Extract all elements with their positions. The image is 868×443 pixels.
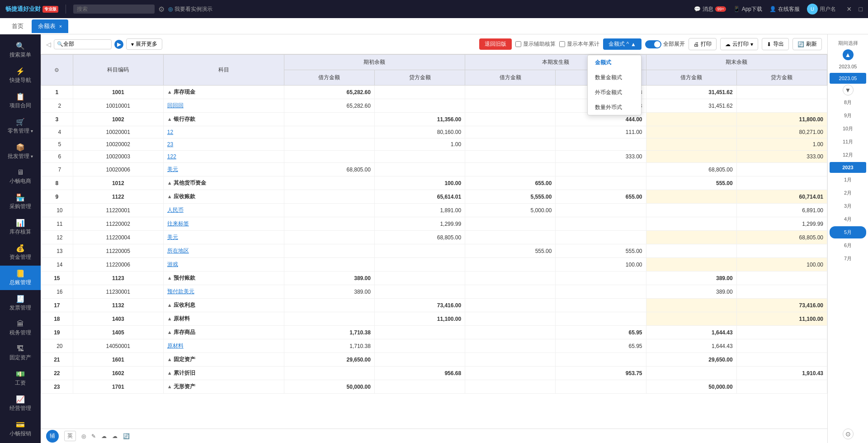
tab-balance[interactable]: 余额表 × — [32, 19, 68, 33]
print-btn[interactable]: 🖨 打印 — [689, 38, 717, 50]
table-settings-icon[interactable]: ⚙ — [54, 67, 59, 73]
period-7[interactable]: 7月 — [830, 252, 866, 265]
row-name[interactable]: ▲ 预付账款 — [163, 272, 284, 285]
message-btn[interactable]: 💬 消息 99+ — [694, 5, 726, 13]
period-4[interactable]: 4月 — [830, 213, 866, 225]
row-name[interactable]: 12 — [163, 126, 284, 138]
top-search-input[interactable] — [73, 5, 155, 14]
status-icon-2[interactable]: ✎ — [91, 433, 96, 439]
sidebar-item-ecom[interactable]: 🖥 小畅电商 — [0, 165, 41, 189]
sidebar-item-inventory[interactable]: 📊 库存核算 — [0, 215, 41, 239]
row-name[interactable]: 所在地区 — [163, 244, 284, 258]
row-name[interactable]: ▲ 固定资产 — [163, 353, 284, 367]
sidebar-item-search[interactable]: 🔍 搜索菜单 — [0, 38, 41, 62]
period-2023-05-start[interactable]: 2023.05 — [830, 61, 866, 72]
row-name[interactable]: ▲ 累计折旧 — [163, 367, 284, 380]
period-6[interactable]: 6月 — [830, 239, 866, 252]
sidebar-item-invoice[interactable]: 🧾 发票管理 — [0, 291, 41, 315]
ytd-checkbox-input[interactable] — [559, 41, 565, 47]
dropdown-item-fx-amount[interactable]: 外币金额式 — [588, 85, 641, 100]
user-avatar[interactable]: U 用户名 — [807, 4, 836, 14]
dropdown-item-qty-amount[interactable]: 数量金额式 — [588, 70, 641, 85]
period-9[interactable]: 9月 — [830, 110, 866, 122]
row-cb-debit — [646, 312, 736, 326]
toggle-switch[interactable] — [645, 40, 661, 48]
sidebar-item-capital[interactable]: 💰 资金管理 — [0, 240, 41, 265]
row-name[interactable]: ▲ 库存商品 — [163, 326, 284, 339]
app-download-btn[interactable]: 📱 App下载 — [733, 5, 762, 13]
row-name[interactable]: 原材料 — [163, 339, 284, 353]
period-up-btn[interactable]: ▲ — [843, 49, 854, 60]
subject-search-input[interactable] — [63, 41, 108, 48]
export-btn[interactable]: ⬇ 导出 — [762, 38, 789, 50]
period-2023-05-end[interactable]: 2023.05 — [830, 73, 866, 84]
row-name[interactable]: ▲ 应收利息 — [163, 299, 284, 312]
period-5[interactable]: 5月 — [830, 226, 866, 238]
sidebar-item-tax[interactable]: 🏛 税务管理 — [0, 316, 41, 340]
period-down-btn[interactable]: ▼ — [843, 85, 854, 95]
settings-icon[interactable]: ⚙ — [158, 5, 165, 14]
period-year-2023[interactable]: 2023 — [830, 162, 866, 173]
sidebar-item-crm[interactable]: 💳 小畅报销 — [0, 417, 41, 441]
row-name[interactable]: ▲ 原材料 — [163, 312, 284, 326]
row-name[interactable]: ▲ 库存现金 — [163, 86, 284, 99]
style-btn[interactable]: 金额式 ^ ▲ — [603, 38, 642, 50]
period-collapse-btn[interactable]: ⊙ — [843, 429, 854, 439]
row-name[interactable]: ▲ 银行存款 — [163, 113, 284, 126]
sidebar-item-contract[interactable]: 📋 项目合同 — [0, 89, 41, 113]
status-icon-3[interactable]: ☁ — [101, 433, 107, 439]
period-8[interactable]: 8月 — [830, 96, 866, 109]
sidebar-item-wholesale[interactable]: 📦 批发管理 ▾ — [0, 139, 41, 164]
status-icon-4[interactable]: ☁ — [112, 433, 118, 439]
tab-home[interactable]: 首页 — [5, 19, 30, 33]
row-name[interactable]: ▲ 其他货币资金 — [163, 176, 284, 190]
status-icon-1[interactable]: ◎ — [81, 433, 86, 439]
row-name[interactable]: 23 — [163, 138, 284, 151]
lang-btn[interactable]: 英 — [64, 431, 76, 441]
row-name[interactable]: ▲ 应收账款 — [163, 190, 284, 204]
row-name[interactable]: 122 — [163, 151, 284, 163]
period-12[interactable]: 12月 — [830, 149, 866, 161]
expand-all-toggle[interactable]: 全部展开 — [645, 40, 685, 48]
return-btn[interactable]: 退回旧版 — [479, 38, 512, 50]
status-icon-5[interactable]: 🔄 — [123, 433, 130, 439]
sidebar-item-quicknav[interactable]: ⚡ 快捷导航 — [0, 63, 41, 88]
row-name[interactable]: 游戏 — [163, 258, 284, 272]
expand-btn[interactable]: ▾ 展开更多 — [126, 38, 162, 50]
back-icon[interactable]: ◁ — [46, 41, 51, 48]
sidebar-item-ledger[interactable]: 📒 总账管理 — [0, 266, 41, 290]
period-3[interactable]: 3月 — [830, 200, 866, 212]
close-icon[interactable]: × — [847, 5, 852, 14]
row-name[interactable]: 预付款美元 — [163, 285, 284, 299]
row-name[interactable]: 美元 — [163, 163, 284, 176]
sidebar-item-retail[interactable]: 🛒 零售管理 ▾ — [0, 114, 41, 138]
show-assist-checkbox[interactable]: 显示辅助核算 — [515, 40, 556, 48]
navigate-btn[interactable]: ▶ — [114, 40, 123, 49]
sidebar-item-salary[interactable]: 💵 工资 — [0, 366, 41, 391]
row-name[interactable]: ▲ 无形资产 — [163, 380, 284, 394]
refresh-btn[interactable]: 🔄 刷新 — [793, 38, 822, 50]
sidebar-item-assets[interactable]: 🏗 固定资产 — [0, 341, 41, 365]
assist-checkbox-input[interactable] — [515, 41, 521, 47]
row-name[interactable]: 往来标签 — [163, 217, 284, 231]
sidebar-item-ops[interactable]: 📈 经营管理 — [0, 391, 41, 416]
dropdown-item-amount[interactable]: 金额式 — [588, 55, 641, 70]
row-name[interactable]: 美元 — [163, 231, 284, 244]
tab-close-icon[interactable]: × — [59, 24, 62, 29]
period-11[interactable]: 11月 — [830, 136, 866, 148]
sidebar-item-purchase[interactable]: 🏪 采购管理 — [0, 190, 41, 214]
period-2[interactable]: 2月 — [830, 187, 866, 199]
row-name[interactable]: 回回回 — [163, 99, 284, 113]
row-name[interactable]: 人民币 — [163, 204, 284, 217]
assist-btn[interactable]: 辅 — [46, 430, 59, 443]
period-10[interactable]: 10月 — [830, 123, 866, 135]
dropdown-item-qty-fx[interactable]: 数量外币式 — [588, 100, 641, 115]
demo-link[interactable]: ◎ 我要看实例演示 — [168, 5, 212, 13]
maximize-icon[interactable]: □ — [859, 5, 863, 13]
online-service-btn[interactable]: 👤 在线客服 — [769, 5, 800, 13]
show-ytd-checkbox[interactable]: 显示本年累计 — [559, 40, 599, 48]
row-ob-credit: 65,614.01 — [374, 190, 465, 204]
cloud-print-btn[interactable]: ☁ 云打印 ▾ — [720, 38, 758, 50]
period-1[interactable]: 1月 — [830, 174, 866, 186]
row-ob-credit: 1.00 — [374, 138, 465, 151]
